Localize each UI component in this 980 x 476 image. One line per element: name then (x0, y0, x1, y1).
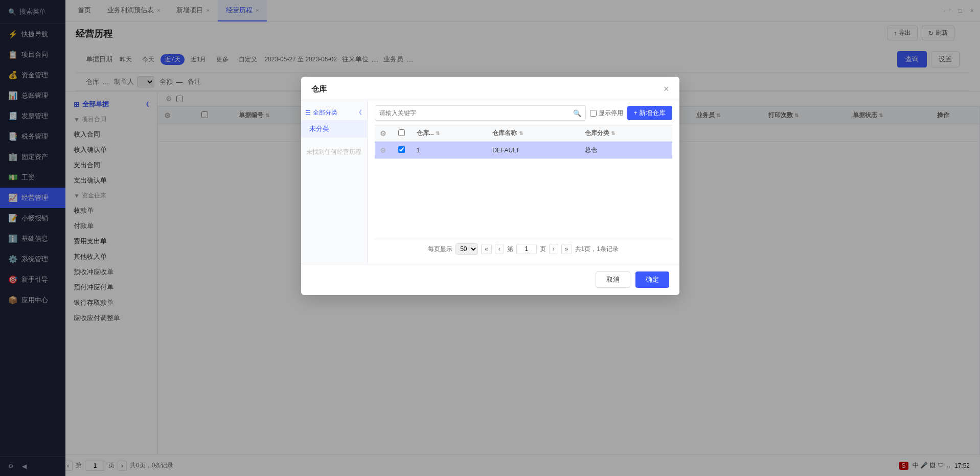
modal-close-btn[interactable]: × (664, 84, 669, 95)
modal-row-name: 总仓 (580, 142, 672, 159)
modal-toolbar: 🔍 显示停用 + 新增仓库 (375, 105, 672, 121)
modal-search-input[interactable] (379, 109, 574, 117)
modal-col-name[interactable]: 仓库名称 ⇅ (487, 125, 580, 142)
collapse-modal-icon[interactable]: 《 (356, 108, 362, 117)
cancel-button[interactable]: 取消 (596, 271, 630, 288)
modal-header: 仓库 × (301, 77, 679, 100)
modal-table: ⚙ 仓库... ⇅ 仓库名称 ⇅ (375, 125, 672, 159)
show-disabled-label[interactable]: 显示停用 (590, 109, 623, 118)
modal-no-data: 未找到任何经营历程 (301, 138, 367, 167)
modal-per-page-label: 每页显示 (428, 245, 452, 254)
modal-title: 仓库 (311, 84, 327, 94)
modal-next-page-btn[interactable]: › (549, 244, 558, 254)
modal-search-box[interactable]: 🔍 (375, 105, 586, 121)
modal-col-checkbox[interactable] (393, 125, 412, 142)
modal-header-checkbox[interactable] (398, 129, 405, 136)
modal-page-label: 第 (507, 245, 513, 254)
modal-per-page-select[interactable]: 50 (455, 243, 478, 255)
modal-pagination: 每页显示 50 « ‹ 第 页 › » 共1页，1条记录 (375, 239, 672, 259)
sort-icon-modal: ⇅ (436, 130, 440, 136)
modal-search-icon: 🔍 (573, 109, 581, 117)
modal-col-id[interactable]: 仓库... ⇅ (412, 125, 488, 142)
modal-row-id: 1 (412, 142, 488, 159)
confirm-button[interactable]: 确定 (635, 271, 669, 288)
show-disabled-checkbox[interactable] (590, 110, 597, 117)
modal-body: ☰ 全部分类 《 未分类 未找到任何经营历程 🔍 显示停用 + 新增仓库 (301, 100, 679, 264)
modal-total-info: 共1页，1条记录 (575, 245, 619, 254)
add-warehouse-button[interactable]: + 新增仓库 (627, 106, 672, 120)
modal-prev-page-btn[interactable]: ‹ (495, 244, 504, 254)
modal-right-panel: 🔍 显示停用 + 新增仓库 ⚙ (368, 100, 679, 264)
modal-last-page-btn[interactable]: » (561, 244, 572, 254)
modal-table-row[interactable]: ⚙ 1 DEFAULT 总仓 (375, 142, 672, 159)
modal-page-input[interactable] (516, 244, 537, 254)
modal-page-suffix: 页 (540, 245, 546, 254)
modal-actions: 取消 确定 (301, 264, 679, 295)
modal-table-wrap: ⚙ 仓库... ⇅ 仓库名称 ⇅ (375, 125, 672, 237)
sort-icon-modal-cat: ⇅ (611, 130, 615, 136)
uncategorized-label: 未分类 (309, 124, 329, 133)
modal-uncategorized[interactable]: 未分类 (301, 120, 367, 138)
modal-first-page-btn[interactable]: « (481, 244, 492, 254)
modal-all-category[interactable]: ☰ 全部分类 《 (301, 105, 367, 120)
list-icon: ☰ (305, 109, 311, 117)
all-category-label: 全部分类 (313, 108, 337, 117)
modal-row-gear[interactable]: ⚙ (375, 142, 393, 159)
modal-row-check[interactable] (398, 146, 405, 153)
modal-row-checkbox[interactable] (393, 142, 412, 159)
warehouse-modal: 仓库 × ☰ 全部分类 《 未分类 未找到任何经营历程 🔍 (301, 77, 679, 295)
sort-icon-modal-name: ⇅ (519, 130, 523, 136)
modal-col-category[interactable]: 仓库分类 ⇅ (580, 125, 672, 142)
modal-left-panel: ☰ 全部分类 《 未分类 未找到任何经营历程 (301, 100, 368, 264)
modal-col-settings[interactable]: ⚙ (375, 125, 393, 142)
modal-row-code: DEFAULT (487, 142, 580, 159)
modal-gear-icon[interactable]: ⚙ (380, 129, 386, 138)
